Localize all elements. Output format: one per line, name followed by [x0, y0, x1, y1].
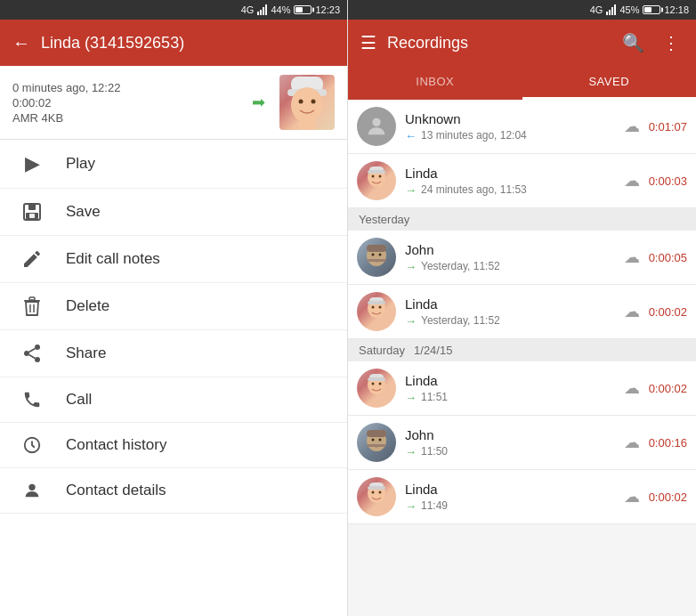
svg-point-24 [379, 175, 382, 178]
svg-point-3 [299, 100, 303, 104]
menu-item-call[interactable]: Call [0, 377, 347, 423]
recording-info: 0 minutes ago, 12:22 0:00:02 AMR 4KB ➡ [0, 66, 347, 140]
avatar [357, 292, 396, 331]
duration: 0:01:07 [649, 120, 687, 134]
recordings-title: Recordings [387, 34, 608, 53]
direction-arrow: ← [405, 129, 417, 142]
search-button[interactable]: 🔍 [619, 28, 648, 57]
section-header-date: 1/24/15 [414, 344, 452, 357]
avatar [357, 107, 396, 146]
menu-item-contact-details[interactable]: Contact details [0, 468, 347, 514]
svg-point-16 [35, 357, 40, 362]
recordings-list: Unknown ← 13 minutes ago, 12:04 ☁ 0:01:0… [348, 100, 696, 616]
time-row: → Yesterday, 11:52 [405, 314, 615, 328]
svg-line-18 [29, 349, 36, 353]
cloud-icon: ☁ [624, 117, 640, 136]
recording-format: AMR 4KB [12, 111, 120, 125]
cloud-icon: ☁ [624, 247, 640, 267]
duration: 0:00:02 [649, 382, 687, 395]
svg-point-39 [379, 383, 382, 385]
time-left: 12:23 [315, 4, 340, 15]
duration: 0:00:02 [649, 305, 687, 319]
section-header-yesterday: Yesterday [348, 208, 696, 231]
recording-info-right: John → Yesterday, 11:52 [405, 242, 615, 273]
time-row: → 11:50 [405, 445, 615, 458]
svg-rect-26 [368, 170, 385, 174]
call-label: Call [66, 391, 92, 409]
edit-label: Edit call notes [66, 250, 160, 268]
battery-level-right: 45% [619, 4, 639, 15]
svg-point-2 [291, 87, 323, 123]
list-item[interactable]: Unknown ← 13 minutes ago, 12:04 ☁ 0:01:0… [348, 100, 696, 154]
menu-item-share[interactable]: Share [0, 330, 347, 377]
time-text: 11:50 [421, 445, 448, 458]
cloud-icon: ☁ [624, 171, 640, 190]
direction-arrow: → [405, 183, 417, 197]
contact-history-label: Contact history [66, 436, 166, 454]
right-panel: 4G 45% 12:18 ☰ Recordings 🔍 ⋮ INBOX SAVE… [348, 0, 696, 616]
svg-point-33 [372, 306, 375, 309]
svg-point-38 [372, 383, 375, 385]
cloud-icon: ☁ [624, 378, 640, 398]
duration: 0:00:05 [649, 251, 687, 264]
menu-item-delete[interactable]: Delete [0, 283, 347, 330]
menu-item-edit[interactable]: Edit call notes [0, 236, 347, 283]
battery-level-left: 44% [271, 4, 290, 15]
contact-name: Linda [405, 166, 615, 181]
share-icon [18, 343, 46, 364]
list-item[interactable]: Linda → Yesterday, 11:52 ☁ 0:00:02 [348, 285, 696, 339]
contact-name: John [405, 242, 615, 257]
contact-name: Linda [405, 296, 615, 312]
list-item[interactable]: Linda → 11:49 ☁ 0:00:02 [348, 470, 696, 524]
avatar [357, 369, 396, 408]
svg-point-44 [379, 439, 382, 442]
cloud-icon: ☁ [624, 433, 640, 452]
svg-point-28 [372, 254, 375, 256]
svg-rect-45 [367, 430, 386, 437]
svg-point-21 [372, 118, 380, 126]
cloud-icon: ☁ [624, 487, 640, 507]
svg-point-23 [372, 175, 375, 178]
avatar [357, 238, 396, 277]
contact-name: Linda [405, 482, 615, 497]
status-bar-right: 4G 45% 12:18 [348, 0, 696, 20]
menu-item-contact-history[interactable]: Contact history [0, 423, 347, 468]
svg-point-34 [379, 306, 382, 309]
list-item[interactable]: John → Yesterday, 11:52 ☁ 0:00:05 [348, 231, 696, 285]
direction-arrow: → [405, 391, 417, 404]
contact-title: Linda (3141592653) [41, 34, 184, 53]
tab-saved[interactable]: SAVED [522, 66, 697, 100]
avatar [357, 423, 396, 462]
hamburger-menu-button[interactable]: ☰ [360, 32, 376, 53]
tab-inbox[interactable]: INBOX [348, 66, 522, 100]
svg-rect-31 [367, 259, 386, 262]
svg-point-4 [312, 100, 316, 104]
svg-rect-11 [29, 297, 35, 300]
recording-info-right: John → 11:50 [405, 427, 615, 458]
delete-label: Delete [66, 297, 109, 315]
list-item[interactable]: Linda → 11:51 ☁ 0:00:02 [348, 361, 696, 416]
time-text: 24 minutes ago, 11:53 [421, 183, 527, 196]
contact-name: Unknown [405, 111, 615, 126]
share-label: Share [66, 344, 106, 362]
menu-list: ▶ Play Save Edit call notes [0, 140, 347, 616]
list-item[interactable]: Linda → 24 minutes ago, 11:53 ☁ 0:00:03 [348, 154, 696, 208]
back-button[interactable]: ← [12, 33, 30, 53]
section-header-label: Saturday [359, 344, 405, 357]
more-options-button[interactable]: ⋮ [659, 28, 684, 57]
left-panel: 4G 44% 12:23 ← Linda (3141592653) 0 minu… [0, 0, 348, 616]
avatar [357, 477, 396, 516]
svg-rect-9 [29, 214, 35, 218]
svg-rect-30 [367, 245, 386, 252]
recording-metadata: 0 minutes ago, 12:22 0:00:02 AMR 4KB [12, 81, 120, 125]
list-item[interactable]: John → 11:50 ☁ 0:00:16 [348, 416, 696, 470]
header-left: ← Linda (3141592653) [0, 20, 347, 66]
menu-item-save[interactable]: Save [0, 189, 347, 236]
menu-item-play[interactable]: ▶ Play [0, 140, 347, 189]
svg-line-17 [29, 355, 36, 359]
recording-info-right: Linda → 24 minutes ago, 11:53 [405, 166, 615, 197]
recording-info-right: Linda → 11:49 [405, 482, 615, 513]
time-row: ← 13 minutes ago, 12:04 [405, 129, 615, 142]
contact-details-label: Contact details [66, 482, 166, 499]
recording-info-right: Linda → 11:51 [405, 373, 615, 404]
